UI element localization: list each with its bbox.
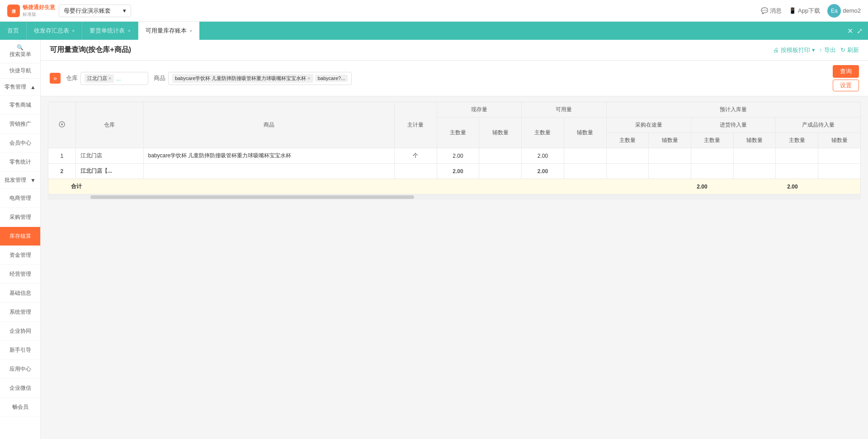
cell-stock-main: 2.00 xyxy=(437,164,479,179)
content-area: 可用量查询(按仓库+商品) 🖨 按模板打印 ▾ ↑ 导出 ↻ 刷新 xyxy=(41,40,868,439)
tab-close-order[interactable]: × xyxy=(127,28,130,33)
print-template-btn[interactable]: 🖨 按模板打印 ▾ xyxy=(773,46,815,54)
refresh-icon: ↻ xyxy=(840,47,845,53)
product-filter: 商品 babycare学饮杯 儿童防摔防撞吸管杯重力球吸嘴杯宝宝水杯 × bab… xyxy=(154,72,352,85)
sidebar-item-member-center[interactable]: 会员中心 xyxy=(0,134,40,153)
tab-close-receipt[interactable]: × xyxy=(72,28,75,33)
close-all-tabs-btn[interactable]: ✕ xyxy=(847,27,853,35)
expand-tabs-btn[interactable]: ⤢ xyxy=(857,27,863,35)
message-icon: 💬 xyxy=(761,7,768,14)
cell-available-main: 2.00 xyxy=(522,164,564,179)
industry-selector[interactable]: 母婴行业演示账套 ▾ xyxy=(59,5,131,17)
remove-warehouse-tag[interactable]: × xyxy=(108,76,111,81)
cell-purchase-main xyxy=(606,148,649,164)
warehouse-tag: 江北门店 × xyxy=(85,74,114,83)
product-input[interactable]: babycare学饮杯 儿童防摔防撞吸管杯重力球吸嘴杯宝宝水杯 × babyca… xyxy=(168,72,352,85)
warehouse-more[interactable]: ... xyxy=(116,75,121,82)
horizontal-scrollbar[interactable] xyxy=(48,194,861,200)
cell-stock-aux xyxy=(479,148,522,164)
cell-product xyxy=(143,164,394,179)
table-area: 仓库 商品 主计量 现存量 可用量 预计入库量 主数量 辅数量 主数量 辅数量 … xyxy=(41,96,868,439)
sidebar-item-ops-mgmt[interactable]: 经营管理 xyxy=(0,265,40,284)
warehouse-filter: 仓库 江北门店 × ... xyxy=(66,72,148,85)
print-icon: 🖨 xyxy=(773,47,779,53)
remove-product-tag-1[interactable]: × xyxy=(307,76,310,81)
cell-incoming-main xyxy=(691,164,734,179)
product-tag-2: babycare?... xyxy=(315,75,348,82)
sidebar-item-inventory-check[interactable]: 库存核算 xyxy=(0,227,40,246)
th-stock-group: 现存量 xyxy=(437,102,521,118)
product-tag-1: babycare学饮杯 儿童防摔防撞吸管杯重力球吸嘴杯宝宝水杯 × xyxy=(172,74,313,83)
data-table: 仓库 商品 主计量 现存量 可用量 预计入库量 主数量 辅数量 主数量 辅数量 … xyxy=(48,102,861,179)
chevron-down-icon-print: ▾ xyxy=(812,47,815,53)
cell-available-aux xyxy=(564,164,606,179)
refresh-btn[interactable]: ↻ 刷新 xyxy=(840,46,859,54)
query-button[interactable]: 查询 xyxy=(833,65,859,78)
sidebar-item-retail-stats[interactable]: 零售统计 xyxy=(0,153,40,172)
cell-unit xyxy=(394,164,437,179)
scroll-thumb[interactable] xyxy=(90,195,414,199)
th-stock-main: 主数量 xyxy=(437,118,479,148)
app-download-btn[interactable]: 📱 App下载 xyxy=(789,7,820,15)
sidebar-item-enterprise-collab[interactable]: 企业协同 xyxy=(0,322,40,341)
th-incoming-group: 进货待入量 xyxy=(691,118,776,133)
cell-purchase-aux xyxy=(649,148,691,164)
th-product-aux: 辅数量 xyxy=(818,133,861,148)
sidebar-item-basic-info[interactable]: 基础信息 xyxy=(0,284,40,303)
avatar: Ea xyxy=(827,4,841,18)
settings-button[interactable]: 设置 xyxy=(833,80,859,91)
cell-available-main: 2.00 xyxy=(522,148,564,164)
sidebar-search[interactable]: 🔍 搜索菜单 xyxy=(0,40,40,63)
sidebar-item-app-center[interactable]: 应用中心 xyxy=(0,360,40,379)
sidebar-item-retail-mall[interactable]: 零售商城 xyxy=(0,96,40,115)
sidebar-item-ecommerce-mgmt[interactable]: 电商管理 xyxy=(0,189,40,208)
sidebar-item-purchase-mgmt[interactable]: 采购管理 xyxy=(0,208,40,227)
sidebar-item-wholesale-mgmt[interactable]: 批发管理 ▼ xyxy=(0,172,40,189)
sidebar-quick-nav[interactable]: 快捷导航 xyxy=(0,63,40,79)
tab-order-stats[interactable]: 要货单统计表 × xyxy=(82,22,138,40)
cell-incoming-main xyxy=(691,148,734,164)
table-row[interactable]: 1 江北门店 babycare学饮杯 儿童防摔防撞吸管杯重力球吸嘴杯宝宝水杯 个… xyxy=(48,148,861,164)
cell-seq: 1 xyxy=(48,148,76,164)
cell-product: babycare学饮杯 儿童防摔防撞吸管杯重力球吸嘴杯宝宝水杯 xyxy=(143,148,394,164)
search-icon: 🔍 xyxy=(17,44,24,51)
sidebar-item-retail-mgmt[interactable]: 零售管理 ▲ xyxy=(0,79,40,96)
top-header: 捷 畅捷通好生意 标准版 母婴行业演示账套 ▾ 💬 消息 📱 App下载 Ea … xyxy=(0,0,868,22)
th-stock-aux: 辅数量 xyxy=(479,118,522,148)
tab-close-available[interactable]: × xyxy=(189,28,192,33)
logo-icon: 捷 xyxy=(7,5,20,17)
th-settings[interactable] xyxy=(48,102,76,148)
cell-stock-main: 2.00 xyxy=(437,148,479,164)
sidebar-item-finance-mgmt[interactable]: 资金管理 xyxy=(0,246,40,265)
message-btn[interactable]: 💬 消息 xyxy=(761,7,782,15)
th-purchase-group: 采购在途量 xyxy=(606,118,691,133)
chevron-icon: ▲ xyxy=(30,84,36,90)
export-btn[interactable]: ↑ 导出 xyxy=(820,46,836,54)
th-incoming-main: 主数量 xyxy=(691,133,734,148)
sidebar: 🔍 搜索菜单 快捷导航 零售管理 ▲ 零售商城 营销推广 会员中心 零售统计 批… xyxy=(0,40,41,439)
footer-label: 合计 xyxy=(67,183,508,190)
th-product-group: 产成品待入量 xyxy=(776,118,861,133)
cell-available-aux xyxy=(564,148,606,164)
tab-receipt-summary[interactable]: 收发存汇总表 × xyxy=(27,22,82,40)
sidebar-item-system-mgmt[interactable]: 系统管理 xyxy=(0,303,40,322)
sidebar-item-new-guide[interactable]: 新手引导 xyxy=(0,341,40,360)
sidebar-item-enterprise-wechat[interactable]: 企业微信 xyxy=(0,379,40,398)
tab-bar: 首页 收发存汇总表 × 要货单统计表 × 可用量库存账本 × ✕ ⤢ xyxy=(0,22,868,40)
tab-available-ledger[interactable]: 可用量库存账本 × xyxy=(138,22,199,40)
th-incoming-aux: 辅数量 xyxy=(733,133,776,148)
tab-home[interactable]: 首页 xyxy=(0,22,27,40)
cell-purchase-main xyxy=(606,164,649,179)
table-row[interactable]: 2 江北门店【... 2.00 2.00 xyxy=(48,164,861,179)
header-right: 💬 消息 📱 App下载 Ea demo2 xyxy=(761,4,861,18)
page-title: 可用量查询(按仓库+商品) xyxy=(50,45,131,60)
sidebar-item-marketing[interactable]: 营销推广 xyxy=(0,115,40,134)
chevron-icon-2: ▼ xyxy=(30,177,36,184)
warehouse-input[interactable]: 江北门店 × ... xyxy=(80,72,148,85)
filter-expand-btn[interactable]: » xyxy=(50,73,61,84)
sidebar-item-vip-member[interactable]: 畅会员 xyxy=(0,398,40,417)
user-menu[interactable]: Ea demo2 xyxy=(827,4,861,18)
th-forecast-group: 预计入库量 xyxy=(606,102,860,118)
footer-stock-main: 2.00 xyxy=(679,184,725,190)
svg-text:捷: 捷 xyxy=(11,9,16,14)
